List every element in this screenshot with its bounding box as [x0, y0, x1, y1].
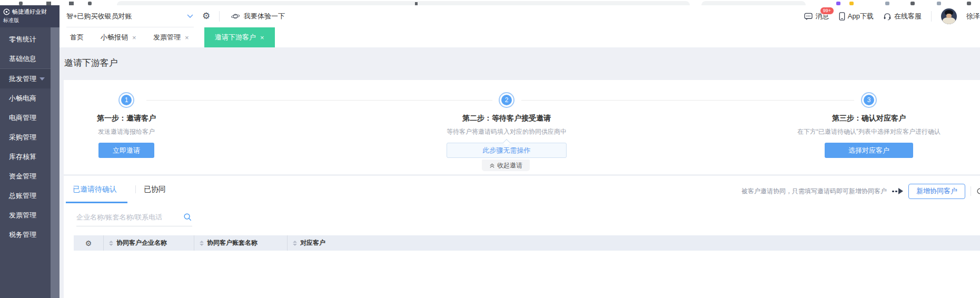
step-3-title: 第三步：确认对应客户 — [774, 114, 964, 123]
step-2-number: 2 — [499, 92, 514, 108]
refresh-button[interactable]: 刷新 — [976, 186, 980, 196]
browser-icon-fragment — [69, 2, 74, 5]
sort-icon[interactable] — [293, 241, 297, 246]
close-icon[interactable]: × — [132, 34, 136, 42]
browser-extension-icon[interactable] — [885, 2, 889, 5]
invite-now-button[interactable]: 立即邀请 — [98, 143, 154, 158]
tab-collaborated[interactable]: 已协同 — [144, 185, 166, 194]
messages-button[interactable]: 消息 99+ — [804, 12, 829, 21]
tab-xiaochang-expense[interactable]: 小畅报销 × — [90, 27, 147, 47]
step-1-desc: 发送邀请海报给客户 — [32, 127, 221, 136]
sidebar-item-label: 税务管理 — [9, 230, 36, 240]
refresh-icon — [976, 187, 980, 195]
select-customer-button[interactable]: 选择对应客户 — [825, 143, 913, 158]
no-action-button: 此步骤无需操作 — [447, 143, 567, 158]
tab-divider — [135, 185, 136, 193]
sidebar-item-label: 发票管理 — [9, 211, 36, 220]
step-2-desc: 等待客户将邀请码填入对应的协同供应商中 — [412, 127, 601, 136]
sidebar-item-label: 基础信息 — [9, 54, 36, 64]
tab-invited-pending[interactable]: 已邀请待确认 — [73, 185, 117, 194]
browser-extension-icon[interactable] — [836, 2, 840, 5]
browser-extension-icon[interactable] — [967, 2, 971, 5]
close-icon[interactable]: × — [260, 34, 264, 42]
collapse-label: 收起邀请 — [497, 161, 522, 170]
saturn-icon — [231, 13, 240, 20]
sidebar-item-tax[interactable]: 税务管理 — [0, 225, 51, 244]
brand-title: 畅捷通好业财 — [12, 8, 47, 16]
phone-icon — [839, 12, 845, 21]
sidebar-item-invoices[interactable]: 发票管理 — [0, 205, 51, 225]
tab-label: 首页 — [70, 33, 84, 42]
browser-icon-fragment — [46, 2, 51, 5]
collapse-invite-toggle[interactable]: 收起邀请 — [482, 160, 530, 171]
browser-icon-fragment — [88, 2, 92, 5]
app-download-button[interactable]: App下载 — [839, 12, 874, 21]
browser-extension-icon[interactable] — [937, 2, 941, 5]
sidebar-item-label: 批发管理 — [9, 74, 36, 84]
app-logo: 畅捷通好业财 标准版 — [0, 5, 60, 27]
experience-label: 我要体验一下 — [244, 12, 285, 21]
settings-gear-icon[interactable]: ⚙ — [202, 11, 210, 22]
sidebar-item-wholesale[interactable]: 批发管理 — [0, 69, 51, 88]
sidebar-edge-strip — [51, 27, 60, 298]
brand-logo-icon — [3, 8, 10, 15]
close-icon[interactable]: × — [185, 34, 189, 42]
user-name: 徐泽 — [966, 12, 980, 21]
main-content: 邀请下游客户 1 第一步：邀请客户 发送邀请海报给客户 立即邀请 2 第二步：等… — [60, 47, 980, 298]
sidebar-nav: 零售统计 基础信息 批发管理 小畅电商 电商管理 采购管理 库存核算 资金管理 … — [0, 27, 51, 298]
browser-extension-icon[interactable] — [849, 2, 854, 5]
tab-invoice-mgmt[interactable]: 发票管理 × — [143, 27, 200, 47]
add-collab-customer-button[interactable]: 新增协同客户 — [908, 184, 965, 199]
chevron-down-icon — [186, 14, 194, 18]
customer-list-card: 已邀请待确认 已协同 被客户邀请协同，只需填写邀请码即可新增协同客户 新增协同客… — [64, 176, 980, 298]
step-2-title: 第二步：等待客户接受邀请 — [412, 114, 601, 123]
user-avatar[interactable] — [941, 8, 957, 24]
experience-link[interactable]: 我要体验一下 — [231, 5, 285, 27]
active-tab-underline — [66, 202, 127, 203]
step-3-desc: 在下方“已邀请待确认”列表中选择对应客户进行确认 — [774, 127, 964, 136]
tab-label: 发票管理 — [153, 33, 181, 42]
search-input[interactable] — [76, 213, 183, 221]
column-label: 协同客户账套名称 — [207, 239, 258, 247]
step-1: 1 第一步：邀请客户 发送邀请海报给客户 立即邀请 — [32, 92, 221, 158]
search-icon[interactable] — [183, 213, 192, 222]
browser-icon-fragment — [19, 2, 23, 5]
caret-down-icon — [39, 77, 45, 81]
tab-home[interactable]: 首页 — [60, 27, 94, 47]
tab-invite-downstream[interactable]: 邀请下游客户 × — [204, 27, 275, 47]
sidebar-item-retail-stats[interactable]: 零售统计 — [0, 29, 51, 49]
header-divider — [219, 11, 220, 22]
sidebar-item-basic-info[interactable]: 基础信息 — [0, 49, 51, 68]
actions-divider — [971, 186, 971, 196]
sort-icon[interactable] — [200, 241, 204, 246]
step-3-number: 3 — [861, 92, 877, 108]
sidebar-item-label: 零售统计 — [9, 35, 36, 44]
invite-code-hint: 被客户邀请协同，只需填写邀请码即可新增协同客户 — [741, 187, 887, 196]
step-3: 3 第三步：确认对应客户 在下方“已邀请待确认”列表中选择对应客户进行确认 选择… — [774, 92, 964, 158]
column-header-collab-company[interactable]: 协同客户企业名称 — [104, 235, 194, 251]
sidebar-item-general-ledger[interactable]: 总账管理 — [0, 186, 51, 205]
page-title: 邀请下游客户 — [64, 57, 118, 69]
sidebar-item-funds[interactable]: 资金管理 — [0, 166, 51, 186]
column-header-collab-account[interactable]: 协同客户账套名称 — [194, 235, 288, 251]
product-dropdown-value: 智+已购买收银员对账 — [66, 12, 132, 21]
online-service-label: 在线客服 — [894, 12, 922, 21]
brand-edition: 标准版 — [3, 17, 60, 24]
app-header: 畅捷通好业财 标准版 智+已购买收银员对账 ⚙ 我要体验一下 消息 99+ — [0, 5, 980, 27]
dashed-arrow-icon — [892, 188, 903, 194]
step-1-title: 第一步：邀请客户 — [32, 114, 221, 123]
tab-label: 小畅报销 — [101, 33, 128, 42]
table-header-row: ⚙ 协同客户企业名称 协同客户账套名称 对应客户 — [74, 235, 980, 251]
invite-steps-card: 1 第一步：邀请客户 发送邀请海报给客户 立即邀请 2 第二步：等待客户接受邀请… — [64, 80, 980, 174]
step-2: 2 第二步：等待客户接受邀请 等待客户将邀请码填入对应的协同供应商中 此步骤无需… — [412, 92, 601, 158]
column-header-matched-customer[interactable]: 对应客户 — [288, 235, 980, 251]
product-dropdown[interactable]: 智+已购买收银员对账 — [66, 5, 194, 27]
column-settings-gear-icon[interactable]: ⚙ — [74, 235, 104, 251]
browser-extension-icon[interactable] — [910, 2, 915, 5]
search-box — [76, 208, 192, 226]
sort-icon[interactable] — [109, 241, 113, 246]
column-label: 对应客户 — [300, 239, 325, 247]
online-service-button[interactable]: 在线客服 — [883, 12, 922, 21]
headset-icon — [883, 12, 892, 21]
header-divider — [931, 11, 932, 22]
